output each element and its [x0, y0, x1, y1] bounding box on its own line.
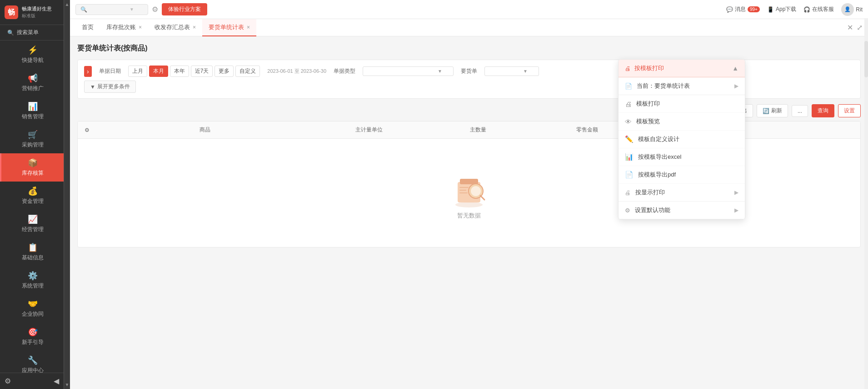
sidebar-scrollbar: ▲ ▼	[64, 0, 70, 389]
query-button[interactable]: 查询	[812, 104, 834, 117]
sidebar-item-label: 快捷导航	[22, 56, 44, 64]
sidebar-item-basic[interactable]: 📋 基础信息	[0, 238, 64, 266]
default-func-left: ⚙ 设置默认功能	[625, 206, 670, 214]
logo-sub: 标准版	[22, 13, 52, 19]
filter-toggle-icon: ›	[87, 68, 89, 75]
date-btn-last-7days[interactable]: 近7天	[191, 66, 213, 77]
tab-inventory-batch[interactable]: 库存批次账 ×	[100, 19, 148, 36]
page-title: 要货单统计表(按商品)	[77, 44, 861, 53]
refresh-label: 刷新	[771, 107, 782, 115]
app-center-icon: 🔧	[28, 355, 38, 365]
topbar-left: 🔍 ▼ ⚙ 体验行业方案	[75, 3, 207, 15]
display-print-arrow-icon: ▶	[734, 189, 738, 196]
th-settings[interactable]: ⚙	[78, 127, 96, 133]
sidebar-item-inventory[interactable]: 📦 库存核算	[0, 153, 64, 182]
page-content: 要货单统计表(按商品) › 单据日期 上月 本月 本年 近7天 更多 自定义 2…	[70, 36, 868, 389]
message-icon: 💬	[726, 6, 733, 13]
date-btn-more[interactable]: 更多	[215, 66, 234, 77]
tab-order-stats-close[interactable]: ×	[247, 24, 250, 30]
sidebar-item-operation[interactable]: 📈 经营管理	[0, 210, 64, 238]
sidebar: 畅 畅康通好生意 标准版 🔍 搜索菜单 ⚡ 快捷导航 📢 营销推广 📊 销售管理…	[0, 0, 64, 389]
sidebar-item-guide[interactable]: 🎯 新手引导	[0, 323, 64, 351]
sidebar-item-label: 销售管理	[22, 113, 44, 121]
dropdown-item-template-custom[interactable]: ✏️ 模板自定义设计	[619, 131, 745, 148]
display-print-icon: 🖨	[625, 189, 631, 196]
scrollbar-thumb[interactable]	[864, 41, 868, 77]
order-goods-select[interactable]: ▼	[484, 66, 539, 76]
tab-home[interactable]: 首页	[75, 19, 100, 36]
template-preview-label: 模板预览	[636, 117, 660, 126]
industry-solution-button[interactable]: 体验行业方案	[162, 3, 207, 15]
tab-receipt-summary-close[interactable]: ×	[193, 24, 196, 30]
dropdown-display-print[interactable]: 🖨 按显示打印 ▶	[619, 184, 745, 202]
setting-button[interactable]: 设置	[838, 104, 861, 117]
date-btn-this-year[interactable]: 本年	[170, 66, 189, 77]
user-avatar-item[interactable]: 👤 Rit	[841, 3, 863, 16]
scroll-up-icon[interactable]: ▲	[65, 2, 70, 7]
tab-inventory-batch-close[interactable]: ×	[139, 24, 142, 30]
right-scrollbar[interactable]	[864, 18, 868, 389]
expand-conditions-button[interactable]: ▼ 展开更多条件	[84, 81, 136, 93]
sidebar-item-quick-nav[interactable]: ⚡ 快捷导航	[0, 40, 64, 69]
tab-close-all-icon[interactable]: ✕	[847, 23, 853, 32]
collapse-icon[interactable]: ◀	[54, 377, 59, 385]
sidebar-item-system[interactable]: ⚙️ 系统管理	[0, 266, 64, 294]
dropdown-item-template-preview[interactable]: 👁 模板预览	[619, 113, 745, 131]
tab-home-label: 首页	[82, 23, 94, 31]
tab-order-stats[interactable]: 要货单统计表 ×	[202, 19, 256, 36]
sidebar-item-label: 资金管理	[22, 197, 44, 205]
dropdown-default-func[interactable]: ⚙ 设置默认功能 ▶	[619, 202, 745, 219]
print-dropdown-menu: 🖨 按模板打印 ▲ 📄 当前：要货单统计表 ▶ 🖨 模板打印 👁 模板预览 ✏️…	[618, 59, 745, 220]
empty-text: 暂无数据	[457, 212, 481, 220]
tabs-bar: 首页 库存批次账 × 收发存汇总表 × 要货单统计表 × ✕ ⤢	[70, 19, 868, 36]
dropdown-item-template-print[interactable]: 🖨 模板打印	[619, 95, 745, 113]
refresh-icon: 🔄	[763, 108, 769, 114]
th-product: 商品	[96, 126, 314, 134]
scroll-down-icon[interactable]: ▼	[65, 382, 70, 387]
svg-rect-7	[459, 190, 466, 191]
sales-icon: 📊	[28, 101, 38, 111]
tab-expand-icon[interactable]: ⤢	[857, 23, 863, 32]
tab-order-stats-label: 要货单统计表	[209, 23, 244, 31]
svg-rect-8	[459, 192, 468, 193]
sidebar-search[interactable]: 🔍 搜索菜单	[0, 25, 64, 40]
app-download-label: App下载	[776, 5, 796, 13]
message-badge: 99+	[748, 6, 760, 12]
more-button[interactable]: ...	[792, 105, 808, 117]
topbar-dropdown-icon: ▼	[130, 7, 134, 12]
inventory-icon: 📦	[28, 158, 38, 168]
message-item[interactable]: 💬 消息 99+	[726, 5, 760, 13]
date-btn-this-month[interactable]: 本月	[149, 66, 168, 77]
topbar: 🔍 ▼ ⚙ 体验行业方案 💬 消息 99+ 📱 App下载 🎧 在线客服	[70, 0, 868, 19]
dropdown-close-icon[interactable]: ▲	[732, 65, 738, 72]
template-custom-label: 模板自定义设计	[638, 135, 679, 143]
order-goods-label: 要货单	[461, 67, 477, 75]
topbar-gear-icon[interactable]: ⚙	[152, 5, 158, 14]
dropdown-item-template-excel[interactable]: 📊 按模板导出excel	[619, 148, 745, 166]
date-buttons: 上月 本月 本年 近7天 更多 自定义	[128, 66, 260, 77]
column-settings-icon: ⚙	[85, 127, 90, 133]
sidebar-logo: 畅 畅康通好生意 标准版	[0, 0, 64, 25]
filter-toggle-btn[interactable]: ›	[84, 66, 92, 77]
date-btn-last-month[interactable]: 上月	[128, 66, 147, 77]
refresh-button[interactable]: 🔄 刷新	[757, 104, 788, 117]
sidebar-item-finance[interactable]: 💰 资金管理	[0, 182, 64, 210]
settings-icon[interactable]: ⚙	[5, 377, 11, 385]
dropdown-current-item[interactable]: 📄 当前：要货单统计表 ▶	[619, 77, 745, 95]
topbar-right: 💬 消息 99+ 📱 App下载 🎧 在线客服 👤 Rit	[726, 3, 863, 16]
date-btn-custom[interactable]: 自定义	[235, 66, 260, 77]
sidebar-item-marketing[interactable]: 📢 营销推广	[0, 69, 64, 97]
order-type-select[interactable]: ▼	[363, 66, 454, 76]
dropdown-print-icon: 🖨	[625, 65, 631, 72]
search-icon: 🔍	[7, 30, 14, 36]
tab-receipt-summary[interactable]: 收发存汇总表 ×	[148, 19, 202, 36]
sidebar-item-sales[interactable]: 📊 销售管理	[0, 97, 64, 125]
sidebar-item-app-center[interactable]: 🔧 应用中心	[0, 351, 64, 373]
online-service-item[interactable]: 🎧 在线客服	[803, 5, 834, 13]
dropdown-item-template-pdf[interactable]: 📄 按模板导出pdf	[619, 166, 745, 184]
order-type-label: 单据类型	[334, 67, 355, 75]
sidebar-item-enterprise[interactable]: 🤝 企业协同	[0, 294, 64, 323]
sidebar-item-label: 基础信息	[22, 254, 44, 262]
app-download-item[interactable]: 📱 App下载	[767, 5, 796, 13]
sidebar-item-purchase[interactable]: 🛒 采购管理	[0, 125, 64, 153]
